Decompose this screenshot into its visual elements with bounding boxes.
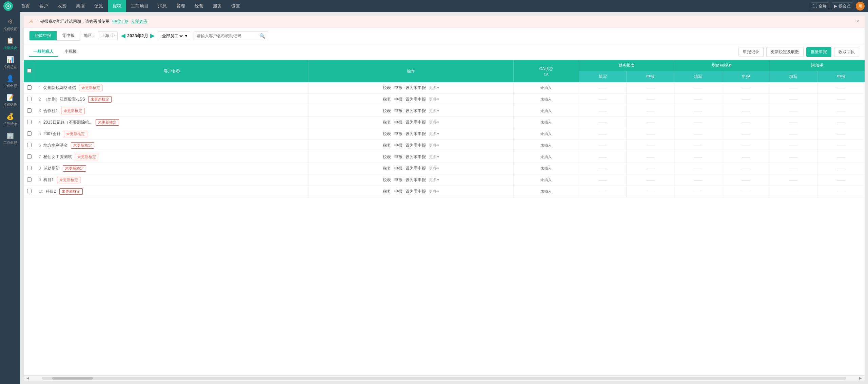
- op-declare[interactable]: 申报: [393, 97, 403, 102]
- employee-dropdown[interactable]: 全部员工: [161, 33, 184, 39]
- row-checkbox[interactable]: [27, 108, 32, 113]
- op-declare[interactable]: 申报: [393, 189, 403, 194]
- declare-record-button[interactable]: 申报记录: [738, 47, 764, 57]
- op-more[interactable]: 更多▾: [428, 108, 440, 113]
- op-zero-declare[interactable]: 设为零申报: [405, 189, 427, 194]
- op-declare[interactable]: 申报: [393, 120, 403, 125]
- op-declare[interactable]: 申报: [393, 108, 403, 113]
- notice-link-buy[interactable]: 立即购买: [131, 19, 147, 24]
- op-zero-declare[interactable]: 设为零申报: [405, 154, 427, 159]
- op-declare[interactable]: 申报: [393, 131, 403, 136]
- op-more[interactable]: 更多▾: [428, 189, 440, 194]
- scroll-right-arrow[interactable]: ▶: [856, 376, 865, 380]
- period-next-button[interactable]: ▶: [150, 33, 154, 39]
- region-value[interactable]: 上海 ⓘ: [98, 31, 118, 40]
- sidebar-item-personal-tax[interactable]: 👤 个税申报: [0, 72, 20, 91]
- op-tax-form[interactable]: 税表: [382, 97, 392, 102]
- op-zero-declare[interactable]: 设为零申报: [405, 120, 427, 125]
- op-tax-form[interactable]: 税表: [382, 108, 392, 113]
- row-checkbox[interactable]: [27, 166, 32, 170]
- op-zero-declare[interactable]: 设为零申报: [405, 177, 427, 182]
- op-tax-form[interactable]: 税表: [382, 120, 392, 125]
- sidebar-item-annual-report[interactable]: 🏢 工商年报: [0, 129, 20, 148]
- op-zero-declare[interactable]: 设为零申报: [405, 166, 427, 171]
- op-declare[interactable]: 申报: [393, 166, 403, 171]
- nav-service[interactable]: 服务: [208, 0, 226, 12]
- user-avatar[interactable]: 用: [856, 2, 865, 10]
- scroll-left-arrow[interactable]: ◀: [24, 376, 32, 380]
- fullscreen-button[interactable]: ⛶ 全屏: [811, 2, 829, 10]
- region-info-icon[interactable]: ⓘ: [111, 33, 115, 39]
- op-more[interactable]: 更多▾: [428, 131, 440, 136]
- op-zero-declare[interactable]: 设为零申报: [405, 108, 427, 113]
- nav-billing[interactable]: 收费: [53, 0, 71, 12]
- bottom-scrollbar[interactable]: [42, 377, 846, 380]
- nav-invoice[interactable]: 票据: [71, 0, 90, 12]
- client-name-text: 科目1: [43, 177, 54, 182]
- update-button[interactable]: 更新税定及取数: [766, 47, 804, 57]
- tab-zero-declare[interactable]: 零申报: [57, 31, 80, 40]
- nav-accounting[interactable]: 记账: [90, 0, 108, 12]
- tab-small-scale[interactable]: 小规模: [60, 47, 81, 57]
- sidebar-item-tax-overview[interactable]: 📊 报税总览: [0, 53, 20, 72]
- op-declare[interactable]: 申报: [393, 177, 403, 182]
- notice-link-declare[interactable]: 申报汇签: [112, 19, 129, 24]
- tab-tax-declare[interactable]: 税款申报: [29, 31, 57, 40]
- nav-tax[interactable]: 报税: [108, 0, 126, 12]
- sidebar-item-tax-record[interactable]: 📝 报税记录: [0, 91, 20, 110]
- search-icon[interactable]: 🔍: [259, 33, 265, 39]
- collect-receipt-button[interactable]: 收取回执: [834, 47, 859, 57]
- op-more[interactable]: 更多▾: [428, 166, 440, 171]
- row-checkbox[interactable]: [27, 97, 32, 101]
- row-checkbox[interactable]: [27, 177, 32, 182]
- op-declare[interactable]: 申报: [393, 85, 403, 90]
- scrollbar-thumb[interactable]: [52, 377, 93, 380]
- op-tax-form[interactable]: 税表: [382, 143, 392, 148]
- batch-declare-button[interactable]: 批量申报: [806, 47, 831, 57]
- nav-settings[interactable]: 设置: [226, 0, 245, 12]
- op-more[interactable]: 更多▾: [428, 154, 440, 159]
- nav-home[interactable]: 首页: [16, 0, 35, 12]
- employee-select[interactable]: 全部员工 ▾: [158, 31, 190, 40]
- row-checkbox[interactable]: [27, 154, 32, 159]
- nav-operation[interactable]: 经营: [190, 0, 208, 12]
- op-more[interactable]: 更多▾: [428, 143, 440, 148]
- upgrade-button[interactable]: ▶ 畅会员: [832, 2, 853, 10]
- op-zero-declare[interactable]: 设为零申报: [405, 131, 427, 136]
- sidebar-item-settlement[interactable]: 💰 汇算清缴: [0, 110, 20, 129]
- op-zero-declare[interactable]: 设为零申报: [405, 143, 427, 148]
- op-tax-form[interactable]: 税表: [382, 154, 392, 159]
- row-checkbox[interactable]: [27, 143, 32, 147]
- status-badge-unverified: 未更新核定: [75, 154, 98, 160]
- op-more[interactable]: 更多▾: [428, 120, 440, 125]
- row-checkbox[interactable]: [27, 189, 32, 193]
- op-zero-declare[interactable]: 设为零申报: [405, 97, 427, 102]
- op-more[interactable]: 更多▾: [428, 85, 440, 90]
- search-input[interactable]: [197, 34, 258, 38]
- nav-business[interactable]: 工商项目: [126, 0, 153, 12]
- op-tax-form[interactable]: 税表: [382, 131, 392, 136]
- sidebar-item-batch-tax[interactable]: 📋 批量报税: [0, 34, 20, 53]
- op-tax-form[interactable]: 税表: [382, 166, 392, 171]
- row-checkbox[interactable]: [27, 85, 32, 90]
- op-tax-form[interactable]: 税表: [382, 177, 392, 182]
- nav-manage[interactable]: 管理: [172, 0, 190, 12]
- op-tax-form[interactable]: 税表: [382, 85, 392, 90]
- notice-close-button[interactable]: ×: [856, 18, 859, 24]
- row-col-2: ——: [674, 82, 722, 94]
- op-zero-declare[interactable]: 设为零申报: [405, 85, 427, 90]
- row-checkbox[interactable]: [27, 120, 32, 124]
- op-declare[interactable]: 申报: [393, 143, 403, 148]
- op-more[interactable]: 更多▾: [428, 97, 440, 102]
- nav-customer[interactable]: 客户: [35, 0, 53, 12]
- select-all-checkbox[interactable]: [27, 68, 32, 73]
- op-tax-form[interactable]: 税表: [382, 189, 392, 194]
- tab-general-taxpayer[interactable]: 一般的税人: [29, 47, 58, 57]
- period-prev-button[interactable]: ◀: [121, 33, 125, 39]
- op-more[interactable]: 更多▾: [428, 177, 440, 182]
- row-col-4: ——: [770, 94, 817, 105]
- sidebar-item-tax-settings[interactable]: ⚙ 报税设置: [0, 15, 20, 34]
- nav-message[interactable]: 消息: [153, 0, 172, 12]
- op-declare[interactable]: 申报: [393, 154, 403, 159]
- row-checkbox[interactable]: [27, 131, 32, 136]
